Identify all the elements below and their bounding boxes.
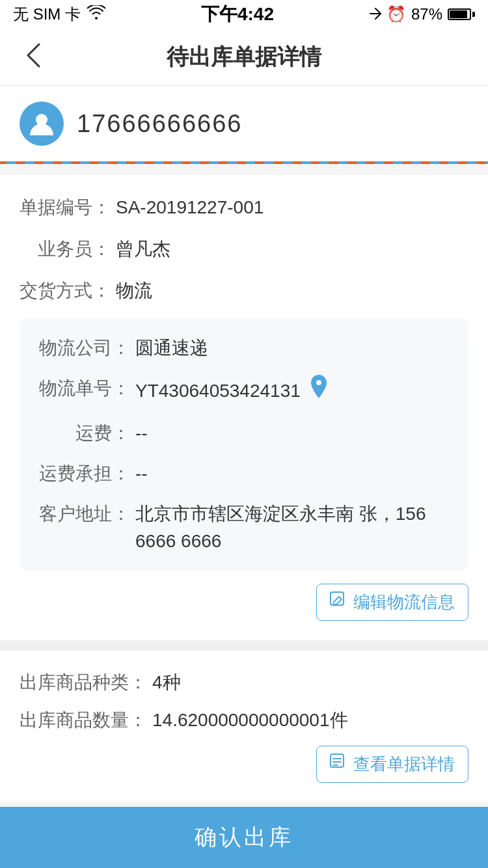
document-info-section: 单据编号： SA-20191227-001 业务员： 曾凡杰 交货方式： 物流 … bbox=[0, 174, 488, 640]
product-type-label: 出库商品种类： bbox=[20, 670, 147, 695]
section-divider-1 bbox=[0, 640, 488, 651]
carrier-label: 无 SIM 卡 bbox=[13, 4, 81, 25]
salesman-row: 业务员： 曾凡杰 bbox=[20, 236, 468, 263]
avatar bbox=[20, 102, 64, 146]
logistics-company-value: 圆通速递 bbox=[135, 334, 449, 362]
view-detail-label: 查看单据详情 bbox=[353, 753, 455, 776]
salesman-label: 业务员： bbox=[20, 236, 111, 263]
product-type-value: 4种 bbox=[152, 670, 181, 695]
logistics-tracking-label: 物流单号： bbox=[39, 375, 130, 402]
list-icon bbox=[330, 753, 347, 775]
product-quantity-value: 14.620000000000001件 bbox=[152, 708, 348, 733]
salesman-value: 曾凡杰 bbox=[116, 236, 468, 263]
edit-logistics-label: 编辑物流信息 bbox=[353, 591, 455, 614]
edit-logistics-button[interactable]: 编辑物流信息 bbox=[316, 584, 468, 621]
view-detail-button-wrap: 查看单据详情 bbox=[20, 746, 468, 783]
page-title: 待出库单据详情 bbox=[167, 42, 321, 72]
location-status-icon bbox=[370, 5, 381, 23]
delivery-row: 交货方式： 物流 bbox=[20, 277, 468, 305]
address-row: 客户地址： 北京市市辖区海淀区永丰南 张，156 6666 6666 bbox=[39, 500, 449, 555]
freight-bearer-row: 运费承担： -- bbox=[39, 460, 449, 487]
delivery-value: 物流 bbox=[116, 277, 468, 305]
logistics-company-row: 物流公司： 圆通速递 bbox=[39, 334, 449, 362]
tracking-location-icon bbox=[308, 375, 329, 407]
freight-bearer-label: 运费承担： bbox=[39, 460, 130, 487]
product-section: 出库商品种类： 4种 出库商品数量： 14.620000000000001件 查… bbox=[0, 651, 488, 802]
freight-label: 运费： bbox=[39, 420, 130, 447]
battery-icon bbox=[448, 8, 475, 20]
edit-icon bbox=[330, 591, 347, 613]
address-label: 客户地址： bbox=[39, 500, 130, 528]
confirm-button[interactable]: 确认出库 bbox=[0, 807, 488, 868]
document-number-row: 单据编号： SA-20191227-001 bbox=[20, 194, 468, 221]
logistics-tracking-value: YT43064053424131 bbox=[135, 375, 449, 407]
document-number-value: SA-20191227-001 bbox=[116, 194, 468, 221]
user-phone: 17666666666 bbox=[77, 110, 242, 138]
status-left: 无 SIM 卡 bbox=[13, 4, 105, 25]
view-detail-button[interactable]: 查看单据详情 bbox=[316, 746, 468, 783]
edit-logistics-button-wrap: 编辑物流信息 bbox=[20, 584, 468, 621]
status-right: ⏰ 87% bbox=[370, 5, 475, 23]
battery-text: 87% bbox=[411, 5, 442, 23]
status-time: 下午4:42 bbox=[201, 2, 274, 27]
logistics-card: 物流公司： 圆通速递 物流单号： YT43064053424131 运费： --… bbox=[20, 319, 468, 571]
back-button[interactable] bbox=[20, 36, 47, 78]
address-value: 北京市市辖区海淀区永丰南 张，156 6666 6666 bbox=[135, 500, 449, 555]
logistics-tracking-row: 物流单号： YT43064053424131 bbox=[39, 375, 449, 407]
delivery-label: 交货方式： bbox=[20, 277, 111, 305]
document-number-label: 单据编号： bbox=[20, 194, 111, 221]
nav-bar: 待出库单据详情 bbox=[0, 29, 488, 86]
wifi-icon bbox=[87, 5, 105, 23]
freight-row: 运费： -- bbox=[39, 420, 449, 447]
user-header: 17666666666 bbox=[0, 86, 488, 164]
alarm-icon: ⏰ bbox=[386, 5, 406, 23]
logistics-company-label: 物流公司： bbox=[39, 334, 130, 362]
freight-value: -- bbox=[135, 420, 449, 447]
freight-bearer-value: -- bbox=[135, 460, 449, 487]
confirm-button-label: 确认出库 bbox=[195, 824, 293, 849]
product-quantity-label: 出库商品数量： bbox=[20, 708, 147, 733]
product-quantity-row: 出库商品数量： 14.620000000000001件 bbox=[20, 708, 468, 733]
status-bar: 无 SIM 卡 下午4:42 ⏰ 87% bbox=[0, 0, 488, 29]
product-type-row: 出库商品种类： 4种 bbox=[20, 670, 468, 695]
